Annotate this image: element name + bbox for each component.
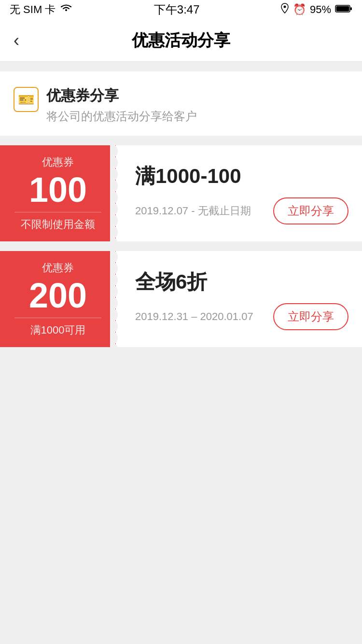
battery-icon bbox=[335, 3, 352, 16]
coupon-label-0: 优惠券 bbox=[42, 155, 74, 169]
svg-rect-2 bbox=[336, 6, 349, 12]
coupon-right-1: 全场6折 2019.12.31 – 2020.01.07 立即分享 bbox=[116, 251, 362, 347]
status-left: 无 SIM 卡 bbox=[10, 2, 73, 17]
coupon-condition-1: 满1000可用 bbox=[30, 323, 86, 337]
section-icon: 🎫 bbox=[14, 87, 39, 112]
coupon-condition-0: 不限制使用金额 bbox=[21, 217, 95, 232]
coupon-card: 优惠券 100 不限制使用金额 满1000-100 2019.12.07 - 无… bbox=[0, 145, 362, 241]
section-header: 🎫 优惠券分享 将公司的优惠活动分享给客户 bbox=[0, 71, 362, 136]
coupon-date-1: 2019.12.31 – 2020.01.07 bbox=[135, 310, 267, 323]
svg-point-0 bbox=[283, 6, 286, 8]
coupon-divider-0 bbox=[14, 212, 101, 212]
coupon-right-0: 满1000-100 2019.12.07 - 无截止日期 立即分享 bbox=[116, 145, 362, 241]
battery-text: 95% bbox=[310, 3, 331, 16]
coupon-divider-1 bbox=[14, 318, 101, 318]
alarm-icon: ⏰ bbox=[293, 3, 306, 16]
coupon-name-0: 满1000-100 bbox=[135, 163, 348, 190]
carrier-text: 无 SIM 卡 bbox=[10, 2, 56, 17]
share-button-0[interactable]: 立即分享 bbox=[273, 197, 348, 224]
svg-rect-3 bbox=[350, 7, 352, 10]
status-time: 下午3:47 bbox=[154, 2, 200, 17]
coupon-card: 优惠券 200 满1000可用 全场6折 2019.12.31 – 2020.0… bbox=[0, 251, 362, 347]
coupon-amount-1: 200 bbox=[29, 278, 87, 313]
coupon-left-1: 优惠券 200 满1000可用 bbox=[0, 251, 116, 347]
section-subtitle: 将公司的优惠活动分享给客户 bbox=[46, 109, 197, 124]
coupon-list: 优惠券 100 不限制使用金额 满1000-100 2019.12.07 - 无… bbox=[0, 136, 362, 357]
wifi-icon bbox=[59, 3, 73, 16]
page-content: 🎫 优惠券分享 将公司的优惠活动分享给客户 优惠券 100 不限制使用金额 满1… bbox=[0, 71, 362, 644]
coupon-name-1: 全场6折 bbox=[135, 268, 348, 295]
coupon-amount-0: 100 bbox=[29, 172, 87, 207]
status-bar: 无 SIM 卡 下午3:47 ⏰ 95% bbox=[0, 0, 362, 19]
coupon-footer-0: 2019.12.07 - 无截止日期 立即分享 bbox=[135, 197, 348, 224]
coupon-footer-1: 2019.12.31 – 2020.01.07 立即分享 bbox=[135, 303, 348, 330]
share-button-1[interactable]: 立即分享 bbox=[273, 303, 348, 330]
location-icon bbox=[280, 3, 289, 16]
coupon-label-1: 优惠券 bbox=[42, 261, 74, 275]
page-title: 优惠活动分享 bbox=[132, 29, 230, 52]
nav-bar: ‹ 优惠活动分享 bbox=[0, 19, 362, 62]
status-right: ⏰ 95% bbox=[280, 3, 352, 16]
coupon-date-0: 2019.12.07 - 无截止日期 bbox=[135, 204, 267, 218]
section-title: 优惠券分享 bbox=[46, 86, 197, 106]
section-text-block: 优惠券分享 将公司的优惠活动分享给客户 bbox=[46, 86, 197, 124]
back-button[interactable]: ‹ bbox=[14, 30, 19, 51]
coupon-left-0: 优惠券 100 不限制使用金额 bbox=[0, 145, 116, 241]
